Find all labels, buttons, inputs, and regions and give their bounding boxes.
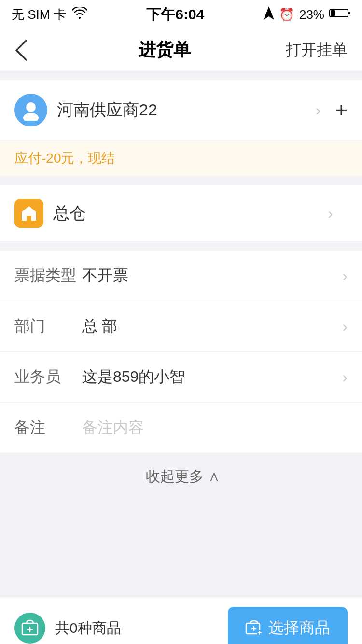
remark-label: 备注 <box>14 417 82 438</box>
goods-icon-wrap <box>14 613 45 644</box>
battery-text: 23% <box>299 7 324 22</box>
status-left: 无 SIM 卡 <box>12 6 87 23</box>
select-goods-label: 选择商品 <box>268 617 330 639</box>
supplier-name: 河南供应商22 <box>57 99 316 121</box>
warehouse-row[interactable]: 总仓 › <box>0 185 362 242</box>
alarm-icon: ⏰ <box>279 7 294 22</box>
warehouse-chevron-icon: › <box>328 205 333 223</box>
warehouse-icon-wrap <box>14 199 43 228</box>
department-value: 总 部 <box>82 316 337 337</box>
form-fields-section: 票据类型 不开票 › 部门 总 部 › 业务员 这是859的小智 › 备注 备注… <box>0 251 362 453</box>
status-time: 下午6:04 <box>146 5 204 25</box>
page-title: 进货单 <box>139 38 191 62</box>
location-icon <box>264 6 274 23</box>
svg-rect-7 <box>27 216 31 221</box>
open-pending-button[interactable]: 打开挂单 <box>286 40 348 61</box>
svg-marker-6 <box>22 206 36 212</box>
collapse-label: 收起更多 ∧ <box>146 467 220 487</box>
supplier-section: 河南供应商22 › + 应付-20元，现结 <box>0 80 362 177</box>
separator-2 <box>0 177 362 185</box>
nav-bar: 进货单 打开挂单 <box>0 29 362 71</box>
status-right: ⏰ 23% <box>264 6 350 23</box>
supplier-chevron-icon: › <box>316 101 321 119</box>
warehouse-name: 总仓 <box>53 202 328 224</box>
salesperson-chevron-icon: › <box>342 368 348 386</box>
svg-rect-2 <box>348 12 350 14</box>
remark-row[interactable]: 备注 备注内容 <box>0 403 362 453</box>
invoice-type-value: 不开票 <box>82 265 337 286</box>
supplier-avatar <box>14 94 47 126</box>
svg-point-3 <box>26 102 36 112</box>
invoice-type-chevron-icon: › <box>342 267 348 285</box>
department-chevron-icon: › <box>342 318 348 336</box>
svg-point-4 <box>23 113 39 121</box>
collapse-button[interactable]: 收起更多 ∧ <box>0 453 362 500</box>
goods-count-text: 共0种商品 <box>55 618 218 638</box>
invoice-type-row[interactable]: 票据类型 不开票 › <box>0 251 362 301</box>
back-button[interactable] <box>14 39 43 62</box>
salesperson-value: 这是859的小智 <box>82 366 337 388</box>
svg-rect-1 <box>331 10 335 16</box>
invoice-type-label: 票据类型 <box>14 265 82 286</box>
status-bar: 无 SIM 卡 下午6:04 ⏰ 23% <box>0 0 362 29</box>
department-row[interactable]: 部门 总 部 › <box>0 301 362 352</box>
salesperson-label: 业务员 <box>14 366 82 388</box>
supplier-row[interactable]: 河南供应商22 › + <box>0 80 362 140</box>
separator-1 <box>0 71 362 80</box>
carrier-text: 无 SIM 卡 <box>12 6 66 23</box>
battery-icon <box>329 7 350 22</box>
salesperson-row[interactable]: 业务员 这是859的小智 › <box>0 352 362 403</box>
notice-banner: 应付-20元，现结 <box>0 140 362 177</box>
bottom-bar: 共0种商品 选择商品 <box>0 597 362 644</box>
remark-placeholder[interactable]: 备注内容 <box>82 417 348 438</box>
separator-3 <box>0 242 362 251</box>
department-label: 部门 <box>14 316 82 337</box>
content-fill <box>0 500 362 597</box>
select-goods-button[interactable]: 选择商品 <box>228 607 348 644</box>
wifi-icon <box>72 7 87 22</box>
add-supplier-button[interactable]: + <box>335 99 348 121</box>
